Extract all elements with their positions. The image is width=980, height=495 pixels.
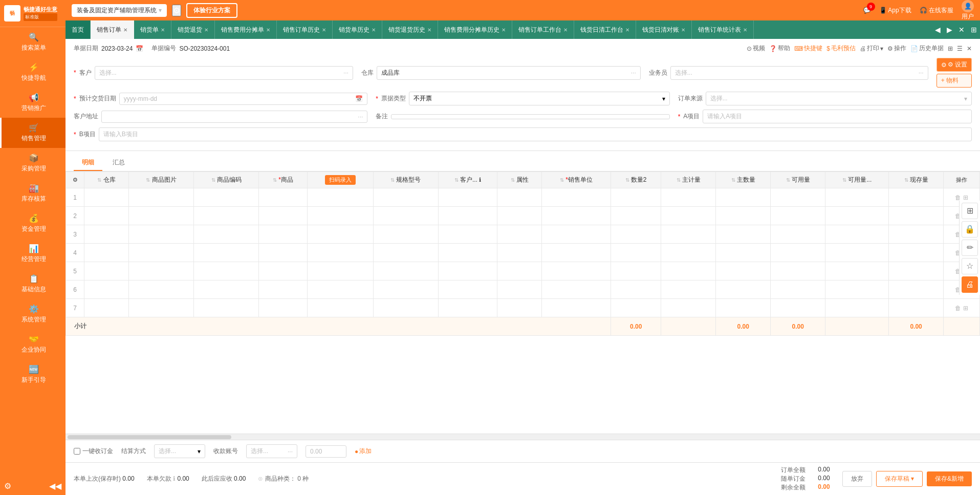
save-draft-btn[interactable]: 保存草稿 ▾	[876, 471, 923, 487]
sidebar-item-enterprise[interactable]: 🤝 企业协同	[0, 329, 66, 359]
tab-close-icon[interactable]: ✕	[427, 27, 431, 33]
right-panel-grid-btn[interactable]: ⊞	[962, 203, 978, 219]
help-action[interactable]: ❓ 帮助	[769, 44, 790, 53]
a-project-input[interactable]: 请输入A项目	[703, 110, 972, 123]
horizontal-scrollbar[interactable]	[66, 434, 980, 440]
invoice-type-select[interactable]: 不开票 ▾	[409, 92, 670, 105]
tab-order-history[interactable]: 销售订单历史 ✕	[277, 20, 333, 39]
row-copy-btn[interactable]: ⊞	[963, 194, 968, 201]
shortcut-action[interactable]: ⌨ 快捷键	[794, 44, 822, 53]
print-action[interactable]: 🖨 打印 ▾	[860, 44, 883, 53]
app-download-link[interactable]: 📱 App下载	[879, 6, 911, 15]
save-new-btn[interactable]: 保存&新增	[927, 471, 972, 486]
tab-detail[interactable]: 明细	[74, 155, 102, 171]
right-panel-star-btn[interactable]: ☆	[962, 258, 978, 274]
sidebar-item-operations[interactable]: 📊 经营管理	[0, 239, 66, 269]
settings-btn[interactable]: ⚙ ⚙ 设置	[937, 58, 972, 72]
tab-close-icon[interactable]: ✕	[161, 27, 165, 33]
solution-btn[interactable]: 体验行业方案	[186, 3, 237, 18]
tab-order-workbench[interactable]: 销售订单工作台 ✕	[512, 20, 574, 39]
plus-icon: ●	[355, 448, 358, 455]
tab-expand-btn[interactable]: ⊞	[968, 26, 980, 34]
close-form-btn[interactable]: ✕	[967, 45, 972, 52]
sidebar-settings-btn[interactable]: ⚙	[4, 481, 11, 491]
account-input[interactable]: 选择... ···	[246, 444, 297, 458]
view-action[interactable]: ⊙ 视频	[747, 44, 765, 53]
history-action[interactable]: 📄 历史单据	[910, 44, 944, 53]
right-panel-lock-btn[interactable]: 🔒	[962, 221, 978, 238]
tab-daily-reconcile[interactable]: 钱货日清对账 ✕	[636, 20, 692, 39]
row-delete-btn[interactable]: 🗑	[955, 305, 961, 312]
sidebar-item-system[interactable]: ⚙️ 系统管理	[0, 299, 66, 329]
amount-input[interactable]: 0.00	[306, 445, 346, 458]
sidebar-item-search[interactable]: 🔍 搜索菜单	[0, 27, 66, 57]
tab-close-icon[interactable]: ✕	[743, 27, 747, 33]
discard-btn[interactable]: 放弃	[842, 471, 872, 487]
tab-close-icon[interactable]: ✕	[563, 27, 568, 33]
quick-nav-icon: ⚡	[29, 62, 39, 72]
tab-close-icon[interactable]: ✕	[372, 27, 376, 33]
payment-method-select[interactable]: 选择... ▾	[154, 444, 205, 458]
tab-close-icon[interactable]: ✕	[123, 27, 127, 33]
b-project-input[interactable]: 请输入B项目	[99, 127, 972, 141]
tab-slip-history[interactable]: 销货单历史 ✕	[333, 20, 382, 39]
add-material-btn[interactable]: + 物料	[937, 74, 972, 88]
right-panel-print-btn[interactable]: 🖨	[962, 276, 978, 293]
sidebar-item-sales[interactable]: 🛒 销售管理	[0, 118, 66, 148]
quick-checkout-checkbox[interactable]: 一键收订金	[74, 447, 113, 456]
warehouse-cell: 仓库 成品库 ···	[361, 66, 641, 80]
header-settings-btn[interactable]: ⚙	[172, 5, 181, 16]
sidebar-item-purchase[interactable]: 📦 采购管理	[0, 148, 66, 178]
tab-home[interactable]: 首页	[66, 20, 91, 39]
user-avatar[interactable]: 👤 用户	[962, 0, 974, 21]
tab-sales-slip[interactable]: 销货单 ✕	[134, 20, 171, 39]
address-input[interactable]: ···	[101, 111, 367, 123]
tab-close-icon[interactable]: ✕	[204, 27, 208, 33]
add-btn[interactable]: ● 添加	[355, 447, 372, 456]
warehouse-input[interactable]: 成品库 ···	[377, 66, 641, 80]
tab-fee-split[interactable]: 销售费用分摊单 ✕	[215, 20, 277, 39]
tab-summary[interactable]: 汇总	[104, 155, 133, 171]
quick-checkout-input[interactable]	[74, 448, 80, 455]
customer-input[interactable]: 选择... ···	[95, 66, 353, 80]
scroll-thumb[interactable]	[68, 435, 231, 439]
online-service-link[interactable]: 🎧 在线客服	[920, 6, 953, 15]
scan-btn[interactable]: 扫码录入	[325, 175, 356, 185]
col-settings-header[interactable]: ⚙	[66, 172, 84, 188]
tab-sales-return[interactable]: 销货退货 ✕	[171, 20, 215, 39]
profit-action[interactable]: $ 毛利预估	[826, 44, 856, 53]
tab-return-history[interactable]: 销货退货历史 ✕	[382, 20, 438, 39]
tab-fee-history[interactable]: 销售费用分摊单历史 ✕	[438, 20, 512, 39]
order-source-input[interactable]: 选择... ▾	[706, 92, 972, 105]
tab-close-icon[interactable]: ✕	[625, 27, 629, 33]
row-copy-btn[interactable]: ⊞	[963, 305, 968, 312]
tab-prev-btn[interactable]: ◀	[932, 26, 944, 34]
operate-action[interactable]: ⚙ 操作	[887, 44, 906, 53]
tab-close-icon[interactable]: ✕	[322, 27, 326, 33]
remark-input[interactable]	[391, 114, 669, 119]
tab-close-icon[interactable]: ✕	[681, 27, 685, 33]
salesperson-input[interactable]: 选择... ···	[670, 66, 928, 80]
sidebar-item-marketing[interactable]: 📢 营销推广	[0, 88, 66, 118]
message-badge[interactable]: 💬 9	[863, 7, 871, 14]
tab-close-icon[interactable]: ✕	[266, 27, 270, 33]
row-delete-btn[interactable]: 🗑	[955, 194, 961, 201]
grid-view-btn[interactable]: ⊞	[948, 45, 953, 52]
tab-sales-order[interactable]: 销售订单 ✕	[91, 20, 134, 39]
sidebar-item-basic-info[interactable]: 📋 基础信息	[0, 269, 66, 299]
right-panel-edit-btn[interactable]: ✏	[962, 240, 978, 256]
tab-order-stats[interactable]: 销售订单统计表 ✕	[692, 20, 754, 39]
calendar-icon[interactable]: 📅	[136, 45, 143, 52]
sidebar-item-finance[interactable]: 💰 资金管理	[0, 208, 66, 239]
sidebar-item-quick-nav[interactable]: ⚡ 快捷导航	[0, 57, 66, 88]
tab-close-icon[interactable]: ✕	[502, 27, 506, 33]
sidebar-item-guide[interactable]: 🆕 新手引导	[0, 359, 66, 390]
table-row: 3 🗑 ⊞	[66, 225, 980, 244]
delivery-date-input[interactable]: yyyy-mm-dd 📅	[119, 93, 368, 105]
tab-next-btn[interactable]: ▶	[944, 26, 955, 34]
tab-daily-workbench[interactable]: 钱货日清工作台 ✕	[574, 20, 636, 39]
sidebar-collapse-btn[interactable]: ◀◀	[49, 481, 61, 491]
tab-close-all-btn[interactable]: ✕	[955, 26, 968, 34]
sidebar-item-inventory[interactable]: 🏭 库存核算	[0, 178, 66, 208]
table-view-btn[interactable]: ☰	[957, 45, 963, 52]
